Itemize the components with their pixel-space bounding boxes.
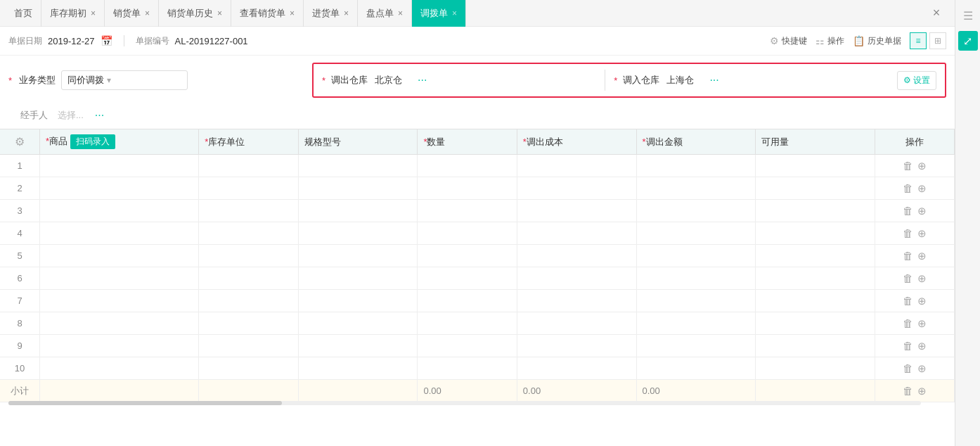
row-unit-cell[interactable]	[199, 177, 298, 200]
row-goods-cell[interactable]	[40, 290, 199, 312]
row-spec-cell[interactable]	[298, 177, 418, 200]
tab-purchase[interactable]: 进货单 ×	[304, 0, 358, 27]
sidebar-expand-icon[interactable]: ⤢	[958, 31, 978, 51]
row-goods-cell[interactable]	[40, 357, 199, 380]
row-unit-cell[interactable]	[199, 245, 298, 267]
subtotal-copy-icon[interactable]: ⊕	[917, 385, 927, 397]
tab-close-inventory-init[interactable]: ×	[91, 8, 96, 18]
row-available-cell[interactable]	[756, 290, 875, 312]
row-amount-cell[interactable]	[636, 222, 756, 245]
row-copy-icon[interactable]: ⊕	[917, 340, 927, 352]
tab-close-transfer[interactable]: ×	[452, 8, 457, 18]
row-spec-cell[interactable]	[298, 267, 418, 290]
tab-close-sales[interactable]: ×	[145, 8, 150, 18]
row-spec-cell[interactable]	[298, 155, 418, 177]
tab-close-view-sales[interactable]: ×	[290, 8, 295, 18]
row-cost-cell[interactable]	[517, 155, 636, 177]
handler-more-button[interactable]: ···	[95, 109, 104, 122]
row-unit-cell[interactable]	[199, 335, 298, 357]
row-delete-icon[interactable]: 🗑	[903, 362, 913, 374]
scrollbar-thumb[interactable]	[8, 401, 282, 405]
row-goods-cell[interactable]	[40, 200, 199, 222]
business-type-select[interactable]: 同价调拨 ▾	[61, 70, 188, 90]
tab-view-sales[interactable]: 查看销货单 ×	[231, 0, 304, 27]
row-spec-cell[interactable]	[298, 357, 418, 380]
tab-home[interactable]: 首页	[6, 0, 41, 27]
row-amount-cell[interactable]	[636, 357, 756, 380]
row-qty-cell[interactable]	[418, 335, 517, 357]
row-goods-cell[interactable]	[40, 155, 199, 177]
row-available-cell[interactable]	[756, 335, 875, 357]
row-copy-icon[interactable]: ⊕	[917, 182, 927, 195]
history-button[interactable]: 📋 历史单据	[853, 35, 901, 47]
row-available-cell[interactable]	[756, 177, 875, 200]
close-window-button[interactable]: ×	[924, 1, 949, 26]
row-copy-icon[interactable]: ⊕	[917, 295, 927, 307]
row-qty-cell[interactable]	[418, 312, 517, 335]
row-amount-cell[interactable]	[636, 177, 756, 200]
row-spec-cell[interactable]	[298, 245, 418, 267]
operation-button[interactable]: ⚏ 操作	[815, 35, 844, 47]
row-unit-cell[interactable]	[199, 312, 298, 335]
row-qty-cell[interactable]	[418, 177, 517, 200]
row-spec-cell[interactable]	[298, 335, 418, 357]
table-gear-icon[interactable]: ⚙	[15, 136, 25, 148]
row-available-cell[interactable]	[756, 357, 875, 380]
row-spec-cell[interactable]	[298, 222, 418, 245]
row-qty-cell[interactable]	[418, 222, 517, 245]
tab-close-sales-history[interactable]: ×	[217, 8, 222, 18]
row-cost-cell[interactable]	[517, 222, 636, 245]
row-spec-cell[interactable]	[298, 312, 418, 335]
row-unit-cell[interactable]	[199, 200, 298, 222]
subtotal-delete-icon[interactable]: 🗑	[903, 385, 913, 397]
row-delete-icon[interactable]: 🗑	[903, 205, 913, 217]
row-copy-icon[interactable]: ⊕	[917, 160, 927, 172]
row-amount-cell[interactable]	[636, 312, 756, 335]
row-cost-cell[interactable]	[517, 177, 636, 200]
row-unit-cell[interactable]	[199, 290, 298, 312]
row-copy-icon[interactable]: ⊕	[917, 250, 927, 262]
row-goods-cell[interactable]	[40, 312, 199, 335]
warehouse-out-more-button[interactable]: ···	[418, 74, 427, 87]
row-unit-cell[interactable]	[199, 155, 298, 177]
tab-close-inventory-check[interactable]: ×	[398, 8, 403, 18]
row-goods-cell[interactable]	[40, 222, 199, 245]
shortcut-button[interactable]: ⚙ 快捷键	[770, 35, 807, 47]
row-qty-cell[interactable]	[418, 245, 517, 267]
row-cost-cell[interactable]	[517, 335, 636, 357]
tab-sales-history[interactable]: 销货单历史 ×	[159, 0, 231, 27]
row-qty-cell[interactable]	[418, 200, 517, 222]
row-copy-icon[interactable]: ⊕	[917, 362, 927, 375]
row-available-cell[interactable]	[756, 267, 875, 290]
row-delete-icon[interactable]: 🗑	[903, 317, 913, 329]
row-amount-cell[interactable]	[636, 155, 756, 177]
row-delete-icon[interactable]: 🗑	[903, 160, 913, 172]
row-qty-cell[interactable]	[418, 155, 517, 177]
row-cost-cell[interactable]	[517, 290, 636, 312]
row-cost-cell[interactable]	[517, 267, 636, 290]
row-goods-cell[interactable]	[40, 335, 199, 357]
row-qty-cell[interactable]	[418, 290, 517, 312]
row-delete-icon[interactable]: 🗑	[903, 250, 913, 262]
row-available-cell[interactable]	[756, 245, 875, 267]
scan-button[interactable]: 扫码录入	[70, 134, 115, 149]
row-qty-cell[interactable]	[418, 267, 517, 290]
tab-transfer[interactable]: 调拨单 ×	[412, 0, 466, 27]
row-goods-cell[interactable]	[40, 267, 199, 290]
row-cost-cell[interactable]	[517, 312, 636, 335]
tab-close-purchase[interactable]: ×	[344, 8, 349, 18]
row-copy-icon[interactable]: ⊕	[917, 205, 927, 217]
row-available-cell[interactable]	[756, 155, 875, 177]
grid-view-button[interactable]: ⊞	[929, 32, 946, 49]
sidebar-list-icon[interactable]: ☰	[958, 6, 978, 25]
row-copy-icon[interactable]: ⊕	[917, 227, 927, 240]
row-available-cell[interactable]	[756, 312, 875, 335]
calendar-icon[interactable]: 📅	[101, 35, 112, 46]
row-delete-icon[interactable]: 🗑	[903, 272, 913, 284]
row-goods-cell[interactable]	[40, 177, 199, 200]
row-unit-cell[interactable]	[199, 357, 298, 380]
list-view-button[interactable]: ≡	[910, 32, 927, 49]
row-spec-cell[interactable]	[298, 200, 418, 222]
row-delete-icon[interactable]: 🗑	[903, 340, 913, 352]
row-cost-cell[interactable]	[517, 245, 636, 267]
